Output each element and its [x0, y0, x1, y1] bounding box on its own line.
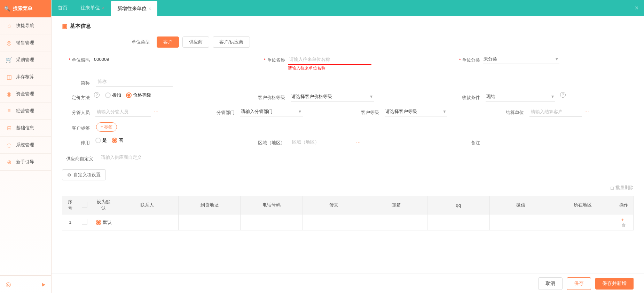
row-disabled-region-remarks: 停用 是 否 区域（地区） ···: [62, 137, 634, 147]
unit-type-row: 单位类型 客户 供应商 客户/供应商: [132, 36, 634, 48]
tab-home[interactable]: 首页: [52, 0, 74, 16]
search-menu-btn[interactable]: 🔍 搜索菜单: [0, 0, 51, 17]
pricing-radio-discount[interactable]: 折扣: [105, 92, 121, 98]
field-settlement-unit: 结算单位 ···: [496, 107, 634, 117]
supplier-custom-input[interactable]: [100, 153, 176, 162]
pricing-radio-level[interactable]: 价格等级: [126, 92, 151, 98]
sidebar-item-finance[interactable]: ◉ 资金管理: [0, 86, 51, 103]
cell-wechat[interactable]: [489, 214, 552, 230]
close-new-partner-tab[interactable]: ×: [149, 6, 151, 11]
payment-terms-help-icon[interactable]: ?: [560, 92, 566, 98]
cell-phone[interactable]: [241, 214, 303, 230]
cell-location[interactable]: [552, 214, 614, 230]
cancel-button[interactable]: 取消: [538, 277, 563, 290]
close-partners-tab[interactable]: ×: [102, 6, 104, 10]
pricing-help-icon[interactable]: ?: [94, 92, 100, 98]
default-radio[interactable]: 默认: [95, 219, 112, 226]
email-input[interactable]: [369, 220, 424, 225]
bottom-bar: 取消 保存 保存并新增: [52, 274, 644, 293]
delete-row-btn[interactable]: 🗑: [621, 223, 626, 228]
code-input[interactable]: [93, 55, 169, 64]
payment-terms-select[interactable]: 现结 ▼: [486, 92, 555, 101]
sidebar-item-inventory[interactable]: ◫ 库存核算: [0, 68, 51, 86]
category-select[interactable]: 未分类 ▼: [483, 55, 559, 64]
sidebar-item-operation[interactable]: ≡ 经营管理: [0, 103, 51, 120]
radio-outer-level: [126, 92, 132, 98]
payment-terms-value: 现结: [486, 93, 549, 100]
phone-input[interactable]: [244, 220, 299, 225]
disabled-radio-no[interactable]: 否: [112, 137, 123, 144]
customer-price-chevron-icon: ▼: [369, 94, 374, 99]
th-email: 邮箱: [365, 196, 427, 214]
th-default: 设为默认: [91, 196, 116, 214]
manager-more-btn[interactable]: ···: [152, 109, 160, 115]
sidebar-item-quick-nav[interactable]: ⌂ 快捷导航: [0, 17, 51, 34]
settlement-more-btn[interactable]: ···: [583, 109, 590, 115]
batch-delete-icon: ◻: [610, 185, 614, 190]
save-button[interactable]: 保存: [567, 277, 591, 290]
sidebar-item-purchase[interactable]: 🛒 采购管理: [0, 51, 51, 68]
field-code: 单位编码: [62, 55, 243, 71]
tab-partners[interactable]: 往来单位 ×: [74, 0, 111, 16]
header-checkbox[interactable]: [82, 202, 87, 207]
add-tag-btn[interactable]: + 标签: [96, 122, 117, 132]
close-all-tabs[interactable]: ×: [629, 5, 644, 12]
name-input[interactable]: [288, 55, 371, 65]
region-label: 区域（地区）: [257, 137, 285, 146]
customer-level-placeholder: 请选择客户等级: [385, 108, 441, 115]
sidebar-item-sales[interactable]: ◎ 销售管理: [0, 34, 51, 51]
cell-contact[interactable]: [116, 214, 178, 230]
region-input[interactable]: [291, 137, 353, 147]
manager-input[interactable]: [95, 107, 151, 117]
disabled-radio-yes[interactable]: 是: [95, 137, 107, 144]
radio-label-yes: 是: [102, 137, 107, 144]
field-category: 单位分类 未分类 ▼: [452, 55, 634, 71]
radio-outer-no: [112, 138, 117, 143]
save-and-new-button[interactable]: 保存并新增: [595, 278, 634, 290]
cell-email[interactable]: [365, 214, 427, 230]
remarks-input[interactable]: [486, 137, 555, 147]
row-checkbox[interactable]: [82, 219, 87, 225]
sidebar-item-label: 基础信息: [16, 125, 34, 131]
sidebar-item-system[interactable]: ◌ 系统管理: [0, 137, 51, 154]
sidebar-item-base-info[interactable]: ⊟ 基础信息: [0, 120, 51, 137]
customer-level-select[interactable]: 请选择客户等级 ▼: [385, 107, 447, 116]
row-abbreviation: 简称: [62, 77, 634, 87]
unit-type-supplier-btn[interactable]: 供应商: [182, 36, 209, 48]
customer-price-level-placeholder: 请选择客户价格等级: [291, 93, 368, 100]
customer-level-content: 请选择客户等级 ▼: [385, 107, 447, 116]
address-input[interactable]: [182, 220, 237, 225]
contact-input[interactable]: [120, 220, 175, 225]
batch-delete-label[interactable]: 批量删除: [615, 185, 634, 191]
region-more-btn[interactable]: ···: [355, 139, 362, 145]
unit-type-customer-btn[interactable]: 客户: [157, 36, 179, 48]
cell-address[interactable]: [178, 214, 241, 230]
sidebar-item-guide[interactable]: ⊕ 新手引导: [0, 154, 51, 171]
sidebar-expand-icon[interactable]: ▶: [42, 282, 46, 287]
department-select[interactable]: 请输入分管部门 ▼: [240, 107, 303, 116]
customer-price-level-select[interactable]: 请选择客户价格等级 ▼: [291, 92, 374, 101]
category-value: 未分类: [484, 56, 553, 62]
manager-input-group: ···: [95, 107, 160, 117]
th-wechat: 微信: [489, 196, 552, 214]
section-basic-info: ▣ 基本信息: [62, 23, 634, 30]
fax-input[interactable]: [306, 220, 361, 225]
location-input[interactable]: [556, 220, 611, 225]
cell-fax[interactable]: [303, 214, 365, 230]
name-label: 单位名称: [257, 55, 285, 63]
cell-qq[interactable]: [427, 214, 489, 230]
tab-new-partner[interactable]: 新增往来单位 ×: [111, 1, 157, 17]
cell-checkbox: [78, 214, 91, 230]
add-row-btn[interactable]: ＋: [620, 217, 625, 222]
region-input-group: ···: [291, 137, 362, 147]
row-code-name-category: 单位编码 单位名称 请输入往来单位名称 单位分类 未分类 ▼: [62, 55, 634, 71]
settlement-unit-input[interactable]: [529, 107, 582, 117]
abbreviation-input[interactable]: [96, 77, 173, 87]
qq-input[interactable]: [431, 220, 486, 225]
custom-settings-btn[interactable]: ⚙ 自定义项设置: [62, 169, 106, 180]
unit-type-both-btn[interactable]: 客户/供应商: [213, 36, 250, 48]
cell-default: 默认: [91, 214, 116, 230]
cell-seq: 1: [62, 214, 78, 230]
field-remarks: 备注: [452, 137, 634, 147]
wechat-input[interactable]: [493, 220, 548, 225]
